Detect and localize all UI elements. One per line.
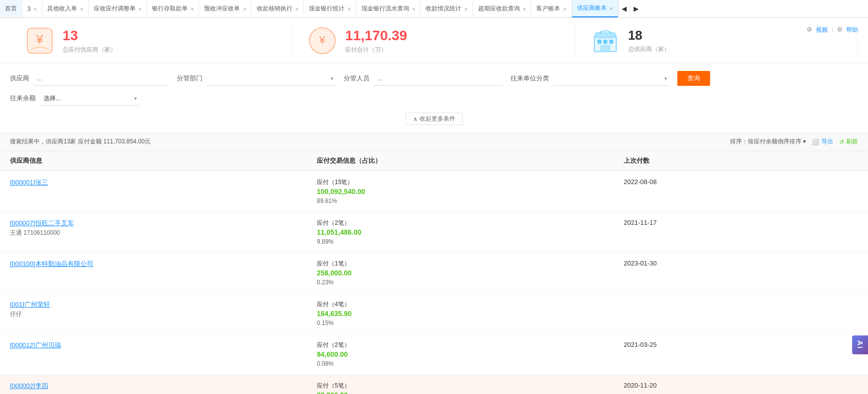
nav-tab-cashbank-flow[interactable]: 现金银行流水查询 × — [357, 0, 421, 17]
main-content: ¥ 13 总应付供应商（家） ¥ 11,170.39 应付合计（万） — [0, 18, 868, 394]
tx-label: 应付（2笔） — [317, 341, 624, 349]
nav-tab-other-income[interactable]: 其他收入单 × — [42, 0, 88, 17]
tx-amount: 164,635.90 — [317, 310, 624, 318]
collapse-row: ∧ 收起更多条件 — [10, 111, 858, 127]
close-icon[interactable]: × — [34, 6, 37, 12]
search-field-dept: 分管部门 — [177, 71, 336, 86]
supplier-link[interactable]: [000100]本特勤油品有限公司 — [10, 260, 317, 268]
tx-info-cell: 应付（2笔） 94,600.00 0.08% — [317, 341, 624, 367]
col-header-lastpay: 上次付数 — [624, 156, 828, 165]
stat-number-total-pay: 11,170.39 — [345, 28, 407, 44]
nav-tab-overdue[interactable]: 超期应收款查询 × — [473, 0, 531, 17]
search-field-category: 往来单位分类 — [510, 71, 669, 86]
dept-select[interactable] — [207, 71, 336, 86]
close-icon[interactable]: × — [610, 5, 613, 11]
tx-amount: 32,366.00 — [317, 391, 624, 394]
nav-left-arrow[interactable]: ◀ — [618, 0, 630, 18]
video-link[interactable]: 视频 — [816, 26, 828, 34]
nav-tab-advance[interactable]: 预收冲应收单 × — [199, 0, 251, 17]
close-icon[interactable]: × — [191, 6, 194, 12]
nav-tab-receipt-stats[interactable]: 收款情况统计 × — [421, 0, 473, 17]
close-icon[interactable]: × — [563, 6, 566, 12]
stat-label-payable: 总应付供应商（家） — [63, 46, 116, 54]
close-icon[interactable]: × — [348, 6, 351, 12]
close-icon[interactable]: × — [464, 6, 467, 12]
svg-rect-9 — [595, 33, 615, 38]
supplier-link[interactable]: [000001]张三 — [10, 178, 317, 187]
table-row: [000012]广州贝瑞 应付（2笔） 94,600.00 0.08% 2021… — [0, 334, 868, 375]
supplier-info-cell: [000100]本特勤油品有限公司 — [10, 260, 317, 268]
supplier-link[interactable]: [001]广州荣轩 — [10, 300, 317, 309]
svg-rect-5 — [597, 40, 601, 44]
tx-amount: 100,092,540.00 — [317, 188, 624, 196]
table-actions: 排序：按应付余额倒序排序 ▾ ⬜ 导出 ↺ 刷新 — [730, 137, 858, 146]
close-icon[interactable]: × — [295, 6, 298, 12]
category-select-wrapper — [553, 71, 669, 86]
last-pay-cell: 2020-11-20 — [624, 382, 828, 389]
svg-rect-8 — [600, 45, 610, 52]
tx-pct: 0.23% — [317, 279, 624, 286]
nav-tab-collection[interactable]: 收款核销执行 × — [252, 0, 304, 17]
export-icon: ⬜ — [812, 138, 819, 145]
tx-amount: 258,000.00 — [317, 269, 624, 277]
stat-content-total-pay: 11,170.39 应付合计（万） — [345, 28, 407, 54]
table-row: [000007]恒旺二手叉车 王通 17106110000 应付（2笔） 11,… — [0, 212, 868, 253]
ai-badge[interactable]: Ai — [852, 335, 868, 354]
help-link[interactable]: 帮助 — [846, 26, 858, 34]
tx-label: 应付（15笔） — [317, 178, 624, 187]
total-suppliers-icon — [590, 26, 620, 56]
tx-info-cell: 应付（5笔） 32,366.00 0.03% — [317, 382, 624, 394]
tx-info-cell: 应付（2笔） 11,051,486.00 9.89% — [317, 219, 624, 245]
last-pay-cell: 2021-03-25 — [624, 341, 828, 348]
stat-number-payable: 13 — [63, 28, 116, 44]
data-table: 供应商信息 应付交易信息（占比） 上次付数 [000001]张三 应付（15笔）… — [0, 151, 868, 394]
dept-label: 分管部门 — [177, 74, 203, 83]
nav-tab-supplier-ledger[interactable]: 供应商账本 × — [572, 0, 618, 17]
close-icon[interactable]: × — [243, 6, 246, 12]
nav-tab-customer-ledger[interactable]: 客户账本 × — [531, 0, 572, 17]
table-header: 供应商信息 应付交易信息（占比） 上次付数 — [0, 151, 868, 171]
col-header-tx: 应付交易信息（占比） — [317, 156, 624, 165]
table-summary-text: 搜索结果中，供应商13家 应付金额 111,703,854.00元 — [10, 137, 150, 146]
tx-pct: 89.61% — [317, 197, 624, 204]
export-link[interactable]: ⬜ 导出 — [812, 137, 833, 146]
nav-tab-cashbank-stats[interactable]: 现金银行统计 × — [304, 0, 356, 17]
tx-amount: 11,051,486.00 — [317, 228, 624, 236]
last-pay-cell: 2022-08-08 — [624, 178, 828, 186]
supplier-payable-icon: ¥ — [25, 26, 55, 56]
supplier-input[interactable] — [33, 71, 169, 86]
nav-right-arrow[interactable]: ▶ — [630, 0, 642, 18]
table-row: [000001]张三 应付（15笔） 100,092,540.00 89.61%… — [0, 171, 868, 212]
balance-select[interactable]: 选择... — [40, 91, 139, 106]
stat-content-payable: 13 总应付供应商（家） — [63, 28, 116, 54]
nav-tab-3[interactable]: 3 × — [22, 0, 42, 17]
close-icon[interactable]: × — [139, 6, 142, 12]
nav-tab-home[interactable]: 首页 — [0, 0, 22, 17]
refresh-link[interactable]: ↺ 刷新 — [839, 137, 858, 146]
supplier-info-cell: [000002]李四 — [10, 382, 317, 391]
close-icon[interactable]: × — [523, 6, 526, 12]
category-select[interactable] — [553, 71, 669, 86]
supplier-link[interactable]: [000012]广州贝瑞 — [10, 341, 317, 350]
stat-content-total-sup: 18 总供应商（家） — [628, 28, 670, 54]
close-icon[interactable]: × — [80, 6, 83, 12]
refresh-icon: ↺ — [839, 138, 844, 145]
table-info-bar: 搜索结果中，供应商13家 应付金额 111,703,854.00元 排序：按应付… — [0, 132, 868, 151]
chevron-down-icon[interactable]: ▾ — [803, 138, 806, 145]
collapse-button[interactable]: ∧ 收起更多条件 — [406, 113, 463, 125]
table-row: [000100]本特勤油品有限公司 应付（1笔） 258,000.00 0.23… — [0, 253, 868, 293]
nav-tab-adjust[interactable]: 应收应付调整单 × — [89, 0, 147, 17]
search-field-manager: 分管人员 — [344, 71, 503, 86]
search-field-supplier: 供应商 — [10, 71, 169, 86]
stat-block-total-payable: ¥ 11,170.39 应付合计（万） — [292, 26, 575, 56]
nav-tab-bank[interactable]: 银行存取款单 × — [147, 0, 199, 17]
search-row-1: 供应商 分管部门 分管人员 往来单位分类 — [10, 71, 858, 86]
query-button[interactable]: 查询 — [677, 71, 710, 86]
col-header-supplier: 供应商信息 — [10, 156, 317, 165]
supplier-link[interactable]: [000002]李四 — [10, 382, 317, 391]
tx-label: 应付（4笔） — [317, 300, 624, 309]
supplier-link[interactable]: [000007]恒旺二手叉车 — [10, 219, 317, 228]
manager-input[interactable] — [373, 71, 503, 86]
close-icon[interactable]: × — [412, 6, 415, 12]
top-navigation: 首页 3 × 其他收入单 × 应收应付调整单 × 银行存取款单 × 预收冲应收单… — [0, 0, 868, 18]
